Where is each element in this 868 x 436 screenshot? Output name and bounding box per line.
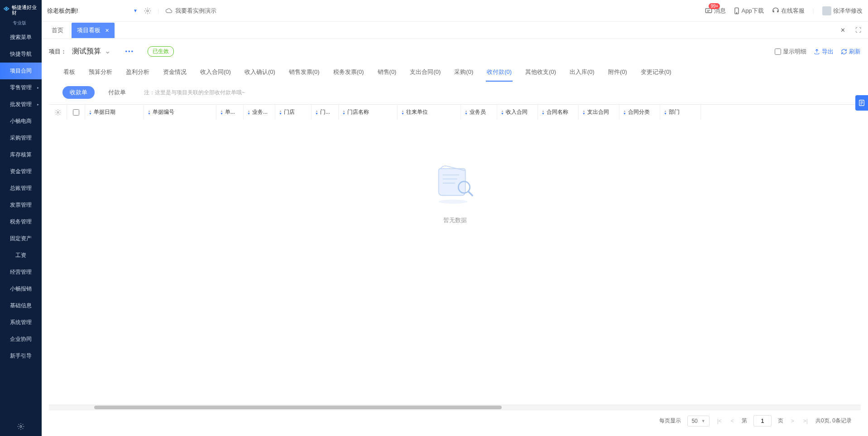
column-header[interactable]: ▲▼单... — [216, 105, 244, 120]
feedback-button[interactable] — [855, 95, 868, 111]
svg-point-2 — [147, 10, 149, 12]
column-header[interactable]: ▲▼往来单位 — [398, 105, 461, 120]
sidebar-item-16[interactable]: 基础信息 — [0, 297, 42, 314]
sidebar-item-0[interactable]: 搜索菜单 — [0, 29, 42, 46]
sidebar-item-4[interactable]: 批发管理▸ — [0, 96, 42, 113]
sidebar-item-2[interactable]: 项目合同 — [0, 63, 42, 79]
sidebar-item-label: 小畅报销 — [10, 285, 32, 293]
chevron-down-icon: ▼ — [133, 8, 138, 13]
column-header[interactable]: ▲▼单据编号 — [144, 105, 216, 120]
section-tab-13[interactable]: 出入库(0) — [569, 63, 595, 82]
user-menu[interactable]: 徐泽华修改 — [822, 6, 863, 15]
org-selector[interactable]: 徐老板勿删! ▼ — [47, 7, 138, 15]
section-tab-9[interactable]: 支出合同(0) — [409, 63, 441, 82]
sidebar-item-1[interactable]: 快捷导航 — [0, 46, 42, 63]
column-header[interactable]: ▲▼合同分类 — [619, 105, 660, 120]
sidebar-item-label: 批发管理 — [10, 101, 32, 108]
page-input[interactable] — [753, 415, 772, 426]
more-actions-icon[interactable]: ••• — [125, 48, 134, 55]
section-tab-15[interactable]: 变更记录(0) — [640, 63, 672, 82]
column-header[interactable]: ▲▼门店名称 — [339, 105, 398, 120]
receipt-tab[interactable]: 收款单 — [62, 86, 95, 99]
last-page-button[interactable]: >| — [802, 418, 809, 424]
empty-icon — [430, 160, 480, 206]
cloud-icon — [165, 8, 173, 14]
messages-button[interactable]: 99+ 消息 — [705, 7, 726, 15]
column-header[interactable]: ▲▼合同名称 — [538, 105, 579, 120]
sidebar-item-13[interactable]: 工资 — [0, 247, 42, 264]
app-download-button[interactable]: App下载 — [734, 7, 763, 15]
tab-home[interactable]: 首页 — [46, 23, 69, 38]
sidebar-item-12[interactable]: 固定资产 — [0, 230, 42, 247]
demo-link[interactable]: 我要看实例演示 — [165, 7, 216, 15]
section-tab-12[interactable]: 其他收支(0) — [524, 63, 557, 82]
sidebar-item-6[interactable]: 采购管理 — [0, 130, 42, 146]
fullscreen-icon[interactable]: ⛶ — [853, 27, 863, 34]
scrollbar-thumb[interactable] — [94, 406, 502, 409]
column-header[interactable]: ▲▼部门 — [660, 105, 701, 120]
refresh-button[interactable]: 刷新 — [841, 48, 861, 56]
payment-tab[interactable]: 付款单 — [101, 86, 133, 99]
sidebar-item-19[interactable]: 新手引导 — [0, 348, 42, 364]
sidebar-item-14[interactable]: 经营管理 — [0, 264, 42, 281]
pagination: 每页显示 50 ▼ |< < 第 页 > >| 共0页, 0条记录 — [49, 410, 861, 431]
column-header[interactable]: ▲▼收入合同 — [497, 105, 538, 120]
header-actions: 99+ 消息 App下载 在线客服 | 徐泽华修改 — [705, 6, 863, 15]
column-header[interactable]: ▲▼单据日期 — [85, 105, 144, 120]
section-tab-7[interactable]: 税务发票(0) — [332, 63, 365, 82]
horizontal-scrollbar[interactable] — [49, 405, 861, 410]
per-page-select[interactable]: 50 ▼ — [687, 416, 709, 426]
sidebar-item-label: 搜索菜单 — [10, 34, 32, 41]
settings-icon[interactable] — [17, 423, 24, 430]
sort-icon: ▲▼ — [89, 110, 92, 115]
section-tab-5[interactable]: 收入确认(0) — [244, 63, 276, 82]
org-settings-icon[interactable] — [144, 7, 151, 15]
select-all-checkbox[interactable] — [67, 105, 85, 120]
section-tab-11[interactable]: 收付款(0) — [486, 63, 513, 82]
column-settings[interactable] — [49, 105, 67, 120]
section-tab-2[interactable]: 盈利分析 — [125, 63, 150, 82]
section-tab-8[interactable]: 销售(0) — [377, 63, 398, 82]
show-detail-checkbox[interactable]: 显示明细 — [775, 48, 806, 56]
sidebar-item-7[interactable]: 库存核算 — [0, 146, 42, 163]
sidebar-item-11[interactable]: 税务管理 — [0, 213, 42, 230]
support-button[interactable]: 在线客服 — [772, 7, 805, 15]
close-all-icon[interactable]: ✕ — [837, 27, 848, 34]
sidebar-item-label: 资金管理 — [10, 168, 32, 175]
brand-edition: 专业版 — [0, 20, 42, 29]
show-detail-input[interactable] — [775, 48, 781, 55]
first-page-button[interactable]: |< — [716, 418, 723, 424]
close-icon[interactable]: ✕ — [105, 28, 109, 33]
sidebar-item-3[interactable]: 零售管理▸ — [0, 79, 42, 96]
sidebar-item-8[interactable]: 资金管理 — [0, 163, 42, 180]
sidebar-item-9[interactable]: 总账管理 — [0, 180, 42, 197]
column-header[interactable]: ▲▼门店 — [275, 105, 312, 120]
sidebar-item-10[interactable]: 发票管理 — [0, 197, 42, 213]
tab-project-board[interactable]: 项目看板 ✕ — [72, 23, 115, 38]
sidebar-item-5[interactable]: 小畅电商 — [0, 113, 42, 130]
sidebar-item-15[interactable]: 小畅报销 — [0, 281, 42, 297]
section-tab-1[interactable]: 预算分析 — [88, 63, 113, 82]
svg-point-1 — [20, 426, 22, 427]
column-header[interactable]: ▲▼业务员 — [461, 105, 497, 120]
next-page-button[interactable]: > — [790, 418, 796, 424]
status-badge: 已生效 — [148, 46, 174, 57]
section-tab-6[interactable]: 销售发票(0) — [288, 63, 321, 82]
section-tab-14[interactable]: 附件(0) — [607, 63, 628, 82]
column-header[interactable]: ▲▼业务... — [244, 105, 275, 120]
export-icon — [814, 48, 820, 55]
sidebar-item-label: 经营管理 — [10, 268, 32, 276]
sidebar-item-17[interactable]: 系统管理 — [0, 314, 42, 331]
column-header[interactable]: ▲▼门... — [312, 105, 339, 120]
export-button[interactable]: 导出 — [814, 48, 834, 56]
section-tab-4[interactable]: 收入合同(0) — [199, 63, 232, 82]
sidebar-item-18[interactable]: 企业协同 — [0, 331, 42, 348]
section-tab-10[interactable]: 采购(0) — [453, 63, 474, 82]
project-name[interactable]: 测试预算 ⌄ — [72, 47, 110, 56]
prev-page-button[interactable]: < — [729, 418, 735, 424]
section-tab-0[interactable]: 看板 — [62, 63, 76, 82]
sort-icon: ▲▼ — [465, 110, 468, 115]
column-header[interactable]: ▲▼支出合同 — [579, 105, 619, 120]
section-tab-3[interactable]: 资金情况 — [162, 63, 187, 82]
table-header: ▲▼单据日期▲▼单据编号▲▼单...▲▼业务...▲▼门店▲▼门...▲▼门店名… — [49, 105, 861, 120]
